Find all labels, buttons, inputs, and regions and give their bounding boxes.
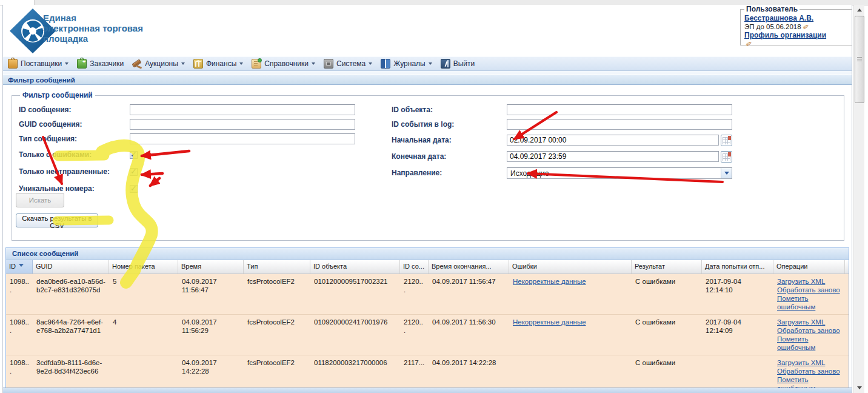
column-header-end_time[interactable]: Время окончания... <box>429 260 509 274</box>
label-message-id: ID сообщения: <box>19 106 72 114</box>
cell-time: 04.09.2017 11:56:29 <box>178 315 244 355</box>
search-button[interactable]: Искать <box>16 193 64 207</box>
customers-icon <box>77 59 87 69</box>
start-date-input[interactable] <box>507 135 719 146</box>
error-link[interactable]: Некорректные данные <box>513 278 586 285</box>
menu-item-system[interactable]: Система <box>324 59 372 69</box>
messages-panel: Список сообщений IDGUIDНомер пакетаВремя… <box>5 247 849 393</box>
exit-icon <box>441 59 450 69</box>
label-message-guid: GUID сообщения: <box>19 120 82 129</box>
scrollbar-thumb[interactable] <box>855 16 864 103</box>
app-frame: Единая электронная торговая площадка Пол… <box>2 5 852 393</box>
only-unsent-checkbox[interactable] <box>130 168 138 176</box>
column-header-operations[interactable]: Операции <box>773 260 845 274</box>
cell-operations: Загрузить XMLОбработать зановоПометить о… <box>773 315 845 355</box>
grid-rows: 1098...dea0bed6-ea10-a56d-b2c7-e831d3260… <box>6 274 849 393</box>
operation-link[interactable]: Обработать заново <box>777 286 841 294</box>
menu-item-auctions[interactable]: Аукционы <box>132 59 185 69</box>
chevron-down-icon <box>239 62 243 67</box>
menu-item-journals[interactable]: Журналы <box>381 59 432 69</box>
operation-link[interactable]: Загрузить XML <box>777 318 841 326</box>
column-header-attempt_date[interactable]: Дата попытки отп... <box>702 260 773 274</box>
scroll-up-button[interactable] <box>854 5 864 15</box>
operation-link[interactable]: Пометить ошибочным <box>777 335 841 352</box>
column-header-type[interactable]: Тип <box>244 260 310 274</box>
operation-link[interactable]: Загрузить XML <box>777 358 841 367</box>
edit-profile-icon[interactable]: ✎ <box>744 40 754 47</box>
chevron-down-icon <box>181 62 185 67</box>
label-direction: Направление: <box>392 169 442 177</box>
table-row[interactable]: 1098...dea0bed6-ea10-a56d-b2c7-e831d3260… <box>6 274 849 315</box>
operation-link[interactable]: Пометить ошибочным <box>777 294 841 311</box>
cell-object_id: 0101200009517002321 <box>310 274 400 314</box>
message-guid-input[interactable] <box>130 119 355 130</box>
breadcrumb: Фильтр сообщений <box>3 74 852 85</box>
column-header-event_id[interactable]: ID со... <box>400 260 429 274</box>
journals-icon <box>381 59 390 69</box>
column-header-object_id[interactable]: ID объекта <box>310 260 400 274</box>
menu-item-label: Финансы <box>206 59 236 68</box>
only-errors-checkbox[interactable] <box>130 151 138 159</box>
column-header-error[interactable]: Ошибки <box>509 260 632 274</box>
chevron-down-icon <box>312 62 315 67</box>
object-id-input[interactable] <box>507 104 732 115</box>
cell-type: fcsProtocolEF2 <box>244 315 310 355</box>
label-only-unsent: Только неотправленные: <box>19 167 110 176</box>
column-header-result[interactable]: Результат <box>632 260 702 274</box>
unique-numbers-checkbox[interactable] <box>130 185 138 193</box>
messages-panel-title: Список сообщений <box>6 248 849 260</box>
suppliers-icon <box>8 59 18 69</box>
operation-link[interactable]: Обработать заново <box>777 367 841 375</box>
label-start-date: Начальная дата: <box>392 136 452 144</box>
label-only-errors: Только с ошибками: <box>19 150 92 159</box>
menu-item-label: Справочники <box>264 59 309 68</box>
message-type-input[interactable] <box>130 133 355 144</box>
error-link[interactable]: Некорректные данные <box>513 318 586 326</box>
operation-link[interactable]: Обработать заново <box>777 326 841 335</box>
download-csv-button[interactable]: Скачать результаты в CSV <box>16 213 98 227</box>
edit-cert-icon[interactable]: ✎ <box>801 23 811 30</box>
main-menu: ПоставщикиЗаказчикиАукционыФинансыСправо… <box>3 56 852 71</box>
cell-type: fcsProtocolEF2 <box>244 274 310 314</box>
combo-dropdown-icon[interactable] <box>721 168 732 178</box>
user-panel: Пользователь Бесстрашнова А.В. ЭП до 05.… <box>740 5 852 45</box>
cell-event_id: 2120... <box>400 315 429 355</box>
cell-end_time: 04.09.2017 11:56:30 <box>429 315 509 355</box>
chevron-down-icon <box>429 62 432 67</box>
message-id-input[interactable] <box>130 104 355 115</box>
scroll-down-button[interactable] <box>854 383 864 393</box>
chevron-down-icon <box>65 62 68 67</box>
directories-icon <box>252 59 261 69</box>
menu-item-suppliers[interactable]: Поставщики <box>8 59 68 69</box>
cell-id: 1098... <box>6 315 33 355</box>
menu-item-finance[interactable]: Финансы <box>193 59 243 69</box>
column-header-id[interactable]: ID <box>6 260 33 274</box>
menu-item-directories[interactable]: Справочники <box>252 59 315 69</box>
cell-object_id: 0109200002417001976 <box>310 315 400 355</box>
table-row[interactable]: 1098...8ac9644a-7264-e6ef-e768-a2b2a7747… <box>6 315 849 355</box>
menu-item-customers[interactable]: Заказчики <box>77 59 124 69</box>
operation-link[interactable]: Загрузить XML <box>777 277 841 286</box>
start-date-calendar-button[interactable] <box>721 135 732 146</box>
cell-guid: dea0bed6-ea10-a56d-b2c7-e831d326075d <box>33 274 109 314</box>
end-date-input[interactable] <box>507 151 719 162</box>
label-unique-numbers: Уникальные номера: <box>19 184 95 193</box>
cell-error: Некорректные данные <box>509 274 632 314</box>
user-name-link[interactable]: Бесстрашнова А.В. <box>744 14 852 22</box>
menu-item-exit[interactable]: Выйти <box>441 59 475 69</box>
grid-header: IDGUIDНомер пакетаВремяТипID объектаID с… <box>6 260 849 274</box>
cell-guid: 8ac9644a-7264-e6ef-e768-a2b2a77471d1 <box>33 315 109 355</box>
column-header-guid[interactable]: GUID <box>33 260 109 274</box>
page: Единая электронная торговая площадка Пол… <box>0 0 868 393</box>
end-date-calendar-button[interactable] <box>721 151 732 163</box>
direction-combo[interactable]: Исходящие <box>507 167 732 179</box>
column-header-time[interactable]: Время <box>178 260 244 274</box>
vertical-scrollbar[interactable] <box>853 5 864 393</box>
org-profile-link[interactable]: Профиль организации <box>744 31 852 39</box>
label-message-type: Тип сообщения: <box>19 135 77 143</box>
column-header-package[interactable]: Номер пакета <box>109 260 178 274</box>
menu-item-label: Журналы <box>393 59 425 68</box>
menu-item-label: Выйти <box>453 59 475 68</box>
direction-combo-value: Исходящие <box>507 169 721 178</box>
log-event-id-input[interactable] <box>507 119 732 130</box>
